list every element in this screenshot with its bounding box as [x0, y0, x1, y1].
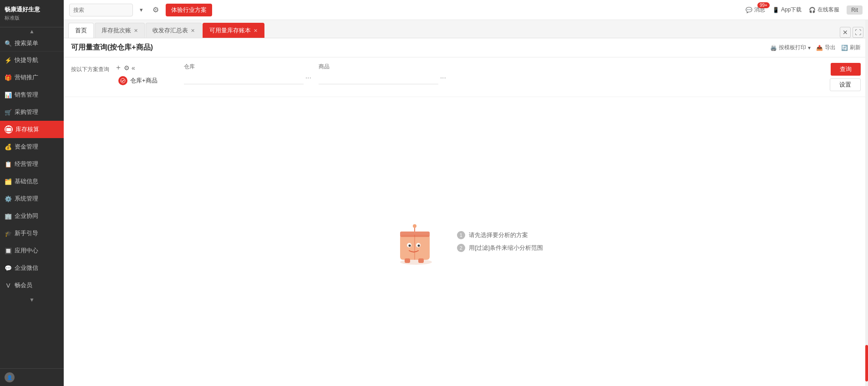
online-service-btn[interactable]: 🎧 在线客服: [809, 6, 839, 14]
sidebar-item-label: 基础信息: [15, 177, 38, 185]
tab-available-ledger-label: 可用量库存账本: [209, 26, 251, 35]
topbar-dropdown-btn[interactable]: ▾: [137, 5, 146, 15]
sidebar-scroll-down[interactable]: ▼: [0, 296, 64, 304]
tab-available-ledger[interactable]: 可用量库存账本 ✕: [203, 23, 264, 38]
message-btn[interactable]: 💬 消息 99+: [746, 6, 765, 14]
sidebar-item-vip[interactable]: V 畅会员: [0, 277, 64, 294]
tab-close-btn[interactable]: ✕: [840, 27, 851, 38]
print-icon: 🖨️: [770, 45, 777, 51]
empty-tips: 1 请先选择要分析的方案 2 用[过滤]条件来缩小分析范围: [457, 231, 543, 252]
sidebar-search[interactable]: 🔍 搜索菜单: [0, 36, 64, 51]
product-more-btn[interactable]: ···: [440, 74, 446, 82]
query-btn[interactable]: 查询: [831, 63, 861, 76]
app-download-label: App下载: [781, 6, 802, 14]
mobile-icon: 📱: [772, 7, 779, 13]
sidebar-item-finance[interactable]: 💰 资金管理: [0, 138, 64, 155]
sidebar-item-inventory[interactable]: 库存核算: [0, 121, 64, 138]
wechat-icon: 💬: [5, 264, 12, 272]
product-field: 商品 ···: [319, 63, 446, 84]
app-download-btn[interactable]: 📱 App下载: [772, 6, 802, 14]
industry-btn[interactable]: 体验行业方案: [166, 4, 212, 16]
product-label: 商品: [319, 63, 446, 71]
tab-available-ledger-close[interactable]: ✕: [254, 28, 258, 34]
export-label: 导出: [825, 44, 836, 51]
gear-icon: ⚙: [152, 5, 159, 14]
tab-inventory-summary-label: 收发存汇总表: [152, 26, 188, 35]
add-scheme-btn[interactable]: ＋: [115, 63, 122, 72]
collapse-scheme-btn[interactable]: «: [132, 64, 135, 72]
filter-scheme: ＋ ⚙ « 仓库+商品: [115, 63, 178, 87]
empty-content: 1 请先选择要分析的方案 2 用[过滤]条件来缩小分析范围: [389, 214, 543, 269]
print-dropdown-icon: ▾: [808, 45, 811, 51]
settings-btn[interactable]: 设置: [830, 78, 861, 91]
service-label: 在线客服: [817, 6, 839, 14]
tip-text-1: 请先选择要分析的方案: [469, 231, 528, 239]
scheme-item-warehouse-product[interactable]: 仓库+商品: [115, 74, 178, 87]
sidebar-search-label: 搜索菜单: [15, 39, 38, 47]
chevron-down-icon: ▼: [29, 297, 35, 303]
page-title: 可用量查询(按仓库+商品): [71, 43, 153, 52]
message-icon: 💬: [746, 7, 752, 13]
sidebar-bottom-user[interactable]: 👤: [0, 368, 64, 386]
sidebar-item-marketing[interactable]: 🎁 营销推广: [0, 69, 64, 86]
tab-inventory-summary-close[interactable]: ✕: [191, 28, 195, 34]
sidebar-item-appstore[interactable]: 🔲 应用中心: [0, 242, 64, 259]
sidebar-item-quick-nav[interactable]: ⚡ 快捷导航: [0, 51, 64, 69]
product-input[interactable]: [319, 72, 438, 84]
tab-inventory-summary[interactable]: 收发存汇总表 ✕: [146, 23, 202, 38]
tab-expand-btn[interactable]: ⛶: [853, 27, 863, 38]
scheme-icon: [118, 76, 127, 85]
system-icon: ⚙️: [5, 195, 12, 202]
sidebar-item-label: 企业微信: [15, 264, 38, 272]
finance-icon: 💰: [5, 143, 12, 150]
tip-num-1: 1: [457, 231, 465, 239]
operation-icon: 📋: [5, 160, 12, 168]
filter-actions: 查询 设置: [830, 63, 861, 91]
sidebar-item-label: 新手引导: [15, 229, 38, 237]
filter-area: 按以下方案查询 ＋ ⚙ « 仓库+商品: [64, 57, 868, 97]
vip-icon: V: [5, 282, 12, 289]
tip-item-2: 2 用[过滤]条件来缩小分析范围: [457, 244, 543, 252]
sidebar-item-label: 经营管理: [15, 160, 38, 168]
tip-item-1: 1 请先选择要分析的方案: [457, 231, 543, 239]
print-btn[interactable]: 🖨️ 按模板打印 ▾: [770, 44, 811, 51]
chevron-down-icon: ▾: [140, 6, 143, 13]
warehouse-more-btn[interactable]: ···: [305, 74, 311, 82]
user-menu-btn[interactable]: Rit: [847, 5, 863, 15]
print-label: 按模板打印: [779, 44, 806, 51]
manage-scheme-btn[interactable]: ⚙: [124, 64, 130, 72]
tip-text-2: 用[过滤]条件来缩小分析范围: [469, 244, 543, 252]
sidebar-scroll-up[interactable]: ▲: [0, 27, 64, 36]
svg-point-8: [408, 245, 411, 247]
tab-batch-ledger[interactable]: 库存批次账 ✕: [95, 23, 145, 38]
app-version: 标准版: [5, 15, 59, 21]
sidebar-item-newbie[interactable]: 🎓 新手引导: [0, 225, 64, 242]
main-scrollbar[interactable]: [865, 20, 868, 386]
sidebar-item-sales[interactable]: 📊 销售管理: [0, 86, 64, 103]
topbar-search-input[interactable]: [69, 4, 133, 16]
sidebar-item-basic[interactable]: 🗂️ 基础信息: [0, 173, 64, 190]
svg-rect-12: [405, 258, 410, 263]
warehouse-label: 仓库: [184, 63, 311, 71]
export-btn[interactable]: 📤 导出: [816, 44, 836, 51]
refresh-btn[interactable]: 🔄 刷新: [841, 44, 861, 51]
tab-home[interactable]: 首页: [68, 23, 94, 38]
sidebar-item-enterprise[interactable]: 🏢 企业协同: [0, 207, 64, 225]
username-label: Rit: [851, 7, 858, 13]
sidebar-item-purchase[interactable]: 🛒 采购管理: [0, 103, 64, 121]
topbar-gear-btn[interactable]: ⚙: [149, 4, 162, 16]
user-avatar-icon: 👤: [5, 372, 15, 382]
tab-batch-ledger-close[interactable]: ✕: [134, 28, 138, 34]
tab-batch-ledger-label: 库存批次账: [102, 26, 131, 35]
sidebar-item-label: 资金管理: [15, 143, 38, 151]
sidebar-item-wechat[interactable]: 💬 企业微信: [0, 259, 64, 277]
sidebar-item-operation[interactable]: 📋 经营管理: [0, 155, 64, 173]
warehouse-field: 仓库 ···: [184, 63, 311, 84]
enterprise-icon: 🏢: [5, 212, 12, 220]
export-icon: 📤: [816, 45, 823, 51]
purchase-icon: 🛒: [5, 108, 12, 116]
main-content: ▾ ⚙ 体验行业方案 💬 消息 99+ 📱 App下载 🎧 在线客服 Rit: [64, 0, 868, 386]
filter-scheme-header: ＋ ⚙ «: [115, 63, 178, 72]
sidebar-item-system[interactable]: ⚙️ 系统管理: [0, 190, 64, 207]
warehouse-input[interactable]: [184, 72, 304, 84]
